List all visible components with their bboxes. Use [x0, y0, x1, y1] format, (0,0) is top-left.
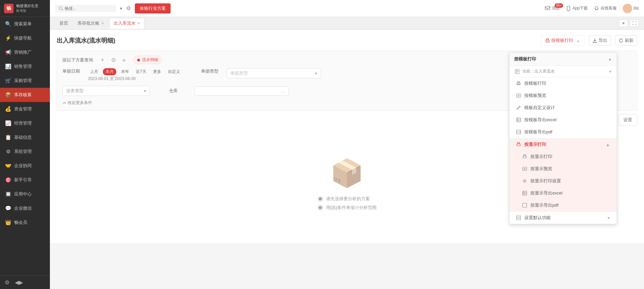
menu-item-display-settings[interactable]: 按显示打印设置 [509, 175, 617, 187]
customer-service-button[interactable]: 在线客服 [594, 5, 617, 11]
filter-add-icon[interactable]: ＋ [98, 56, 107, 64]
display-settings-icon [522, 179, 527, 183]
tab-inventory-flow-close[interactable]: × [138, 21, 140, 26]
filter-date-last-month[interactable]: 上月 [88, 68, 100, 75]
message-badge: 99+ [555, 3, 563, 8]
logo-sub: 标准版 [16, 8, 38, 13]
menu-item-default-settings-label: 设置默认功能 [524, 215, 551, 221]
menu-item-display-pdf[interactable]: 按显示导出pdf [509, 199, 617, 211]
svg-rect-26 [523, 156, 526, 158]
sidebar-item-guide[interactable]: 🎯 新手引导 [0, 173, 50, 187]
menu-item-display-print-header[interactable]: 按显示打印 ▲ [509, 138, 617, 151]
tab-home[interactable]: 首页 [55, 18, 72, 28]
logo-text: 畅捷通好生意 [16, 3, 38, 8]
print-button[interactable]: 按模板打印 ▲ [541, 35, 585, 46]
tab-inventory-flow[interactable]: 出入库流水 × [109, 18, 144, 29]
basic-icon: 📋 [5, 134, 11, 141]
filter-tag-dot [137, 59, 140, 61]
filter-settings-icon[interactable]: ⊙ [109, 56, 117, 64]
filter-date-more[interactable]: 更多 [151, 68, 163, 75]
export-button[interactable]: 导出 [589, 35, 611, 46]
sidebar-item-quick-nav[interactable]: ⚡ 快捷导航 [0, 31, 50, 45]
quick-nav-icon: ⚡ [5, 35, 11, 42]
collapse-icon [62, 101, 66, 105]
svg-rect-25 [518, 142, 520, 144]
sidebar-item-sales[interactable]: 📊 销售管理 [0, 59, 50, 74]
filter-date-this-year[interactable]: 本年 [119, 68, 131, 75]
filter-warehouse-select[interactable]: … [195, 86, 289, 96]
main-area: ▾ ⚙ 体验行业方案 消息 99+ App下载 在线客服 Rit [50, 0, 644, 289]
sidebar-item-app-center[interactable]: 🔲 应用中心 [0, 187, 50, 201]
sidebar-item-finance[interactable]: 💰 资金管理 [0, 102, 50, 116]
sidebar-item-marketing[interactable]: 📢 营销推广 [0, 45, 50, 59]
topbar-dropdown[interactable]: ▾ [120, 6, 122, 11]
menu-item-display-excel[interactable]: 按显示导出excel [509, 187, 617, 199]
refresh-button[interactable]: 刷新 [615, 35, 637, 46]
filter-type-select[interactable]: 单据类型 ▾ [227, 68, 321, 78]
default-settings-arrow[interactable]: ▾ [608, 215, 610, 220]
topbar-gear-icon[interactable]: ⚙ [126, 5, 131, 11]
print-button-label: 按模板打印 [551, 37, 573, 44]
svg-rect-28 [523, 167, 527, 170]
refresh-button-label: 刷新 [625, 37, 634, 44]
topbar-right: 消息 99+ App下载 在线客服 Rit [545, 4, 639, 13]
menu-item-display-preview[interactable]: 按显示预览 [509, 163, 617, 175]
refresh-icon [619, 38, 623, 43]
sidebar-item-system[interactable]: ⚙ 系统管理 [0, 144, 50, 159]
filter-date-custom[interactable]: 自定义 [166, 68, 182, 75]
sidebar-item-wechat[interactable]: 💬 企业微信 [0, 201, 50, 215]
filter-business-select[interactable]: 业务类型 ▾ [62, 86, 150, 96]
current-template-arrow[interactable]: ▾ [609, 69, 611, 74]
page-title: 出入库流水(流水明细) [57, 36, 115, 45]
sidebar-item-basic[interactable]: 📋 基础信息 [0, 130, 50, 144]
template-icon [515, 69, 520, 74]
menu-item-template-print[interactable]: 按模板打印 [509, 77, 617, 89]
svg-rect-8 [547, 41, 549, 42]
menu-item-display-print[interactable]: 按显示打印 [509, 151, 617, 163]
print-dropdown-close-arrow[interactable]: ▲ [608, 57, 612, 61]
menu-item-template-preview[interactable]: 按模板预览 [509, 89, 617, 102]
menu-item-template-excel[interactable]: 按模板导出excel [509, 114, 617, 126]
menu-item-default-settings[interactable]: 设置默认功能 ▾ [509, 212, 617, 224]
tab-batch-account[interactable]: 库存批次账 × [74, 18, 108, 28]
sidebar-item-inventory[interactable]: 📦 库存核算 [0, 88, 50, 102]
filter-date-7days[interactable]: 近7天 [134, 68, 148, 75]
sidebar-item-operation[interactable]: 📈 经营管理 [0, 116, 50, 130]
menu-item-template-custom[interactable]: 模板自定义设计 [509, 102, 617, 114]
excel-icon-1 [516, 117, 521, 122]
settings-button[interactable]: 设置 [618, 114, 637, 126]
filter-collapse-icon[interactable]: « [120, 56, 128, 64]
message-button[interactable]: 消息 99+ [545, 5, 560, 11]
tab-batch-account-close[interactable]: × [101, 21, 104, 26]
tab-expand-button[interactable]: ⛶ [630, 20, 639, 27]
svg-point-17 [518, 95, 519, 96]
trial-button[interactable]: 体验行业方案 [135, 3, 171, 14]
sidebar-settings-icon[interactable]: ⚙ [5, 279, 9, 286]
topbar-search-box[interactable] [55, 5, 116, 12]
topbar-search-input[interactable] [65, 6, 102, 11]
empty-icon: 📦 [330, 157, 364, 189]
tab-close-button[interactable]: ✕ [619, 20, 628, 27]
display-print-header-label: 按显示打印 [524, 141, 546, 148]
filter-warehouse-arrow: … [281, 88, 285, 94]
app-center-icon: 🔲 [5, 191, 11, 198]
display-print-expand[interactable]: ▲ [606, 142, 610, 147]
sidebar: 畅 畅捷通好生意 标准版 🔍 搜索菜单 ⚡ 快捷导航 📢 营销推广 📊 销售管理… [0, 0, 50, 289]
svg-point-30 [524, 180, 526, 182]
user-avatar-button[interactable]: Rit [623, 4, 639, 13]
pdf-icon-1: PDF [516, 130, 521, 134]
print-dropdown-toggle[interactable]: ▲ [576, 38, 580, 43]
guide-icon: 🎯 [5, 177, 11, 183]
svg-rect-35 [523, 203, 527, 207]
svg-point-29 [524, 168, 525, 169]
sidebar-item-purchase[interactable]: 🛒 采购管理 [0, 74, 50, 88]
filter-business-arrow: ▾ [144, 88, 146, 94]
sidebar-item-enterprise[interactable]: 🤝 企业协同 [0, 159, 50, 173]
sidebar-item-search[interactable]: 🔍 搜索菜单 [0, 17, 50, 31]
svg-rect-15 [518, 84, 520, 85]
app-download-button[interactable]: App下载 [566, 5, 588, 11]
sidebar-item-member[interactable]: 👑 畅会员 [0, 215, 50, 230]
filter-date-this-month[interactable]: 本月 [103, 68, 116, 75]
menu-item-template-pdf[interactable]: PDF 按模板导出pdf [509, 126, 617, 138]
sidebar-collapse-icon[interactable]: ◀▶ [15, 279, 23, 286]
